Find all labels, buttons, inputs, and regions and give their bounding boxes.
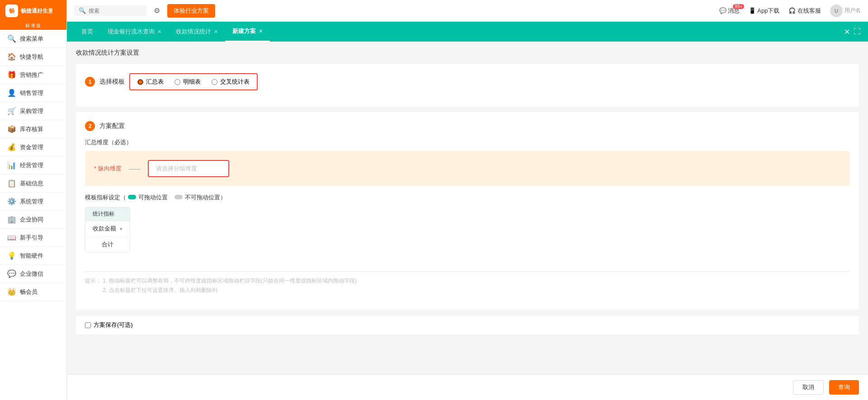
dim-section-title: 汇总维度（必选） (85, 138, 850, 146)
sidebar-item-finance[interactable]: 💰 资金管理 (0, 138, 66, 156)
radio-cross[interactable]: 交叉统计表 (212, 78, 250, 86)
settings-icon[interactable]: ⚙ (154, 6, 160, 15)
metrics-cell-0[interactable]: 收款金额 ▾ (85, 221, 130, 237)
tab-receipt-stats-close[interactable]: ✕ (214, 29, 218, 35)
logo-title: 畅捷通好生意 (21, 7, 52, 15)
sidebar-item-search-menu[interactable]: 🔍 搜索菜单 (0, 30, 66, 48)
metrics-table-header: 统计指标 (85, 207, 130, 221)
sidebar-item-label: 基础信息 (20, 179, 43, 188)
sidebar-item-enterprise[interactable]: 🏢 企业协同 (0, 211, 66, 229)
sidebar-item-label: 企业微信 (20, 270, 43, 278)
tab-new-plan[interactable]: 新建方案 ✕ (225, 22, 270, 42)
metrics-cell-label-0: 收款金额 (93, 225, 116, 233)
message-badge[interactable]: 💬 消息 99+ (719, 7, 740, 15)
chart-icon: 📊 (7, 161, 16, 169)
sidebar-item-member[interactable]: 👑 畅会员 (0, 283, 66, 301)
step2-num: 2 (85, 121, 95, 131)
sidebar-item-wechat[interactable]: 💬 企业微信 (0, 265, 66, 283)
tab-bank-flow-close[interactable]: ✕ (157, 29, 161, 35)
radio-cross-label: 交叉统计表 (220, 78, 250, 86)
sidebar: 畅 畅捷通好生意 标准版 🔍 搜索菜单 🏠 快捷导航 🎁 营销推广 👤 销售管理… (0, 0, 67, 400)
radio-detail-label: 明细表 (183, 78, 201, 86)
sidebar-item-marketing[interactable]: 🎁 营销推广 (0, 66, 66, 84)
topbar-right: 💬 消息 99+ 📱 App下载 🎧 在线客服 U 用户名 (719, 5, 861, 17)
undraggable-indicator (175, 195, 183, 199)
footer-section: 方案保存(可选) (76, 315, 859, 334)
sidebar-item-guide[interactable]: 📖 新手引导 (0, 229, 66, 247)
chat-icon: 💬 (7, 269, 16, 278)
main-area: 🔍 ⚙ 体验行业方案 💬 消息 99+ 📱 App下载 🎧 在线客服 U 用户名 (67, 0, 868, 400)
step1-header: 1 选择模板 汇总表 明细表 交叉统计表 (85, 73, 850, 90)
app-download[interactable]: 📱 App下载 (749, 7, 779, 15)
radio-summary-label: 汇总表 (146, 78, 164, 86)
gift-icon: 🎁 (7, 71, 16, 79)
tab-receipt-stats[interactable]: 收款情况统计 ✕ (169, 22, 225, 42)
topbar: 🔍 ⚙ 体验行业方案 💬 消息 99+ 📱 App下载 🎧 在线客服 U 用户名 (67, 0, 868, 22)
search-menu-icon: 🔍 (7, 34, 16, 43)
bulb-icon: 💡 (7, 251, 16, 260)
tab-close-all-icon[interactable]: ✕ (844, 28, 850, 36)
save-checkbox-label: 方案保存(可选) (94, 321, 133, 329)
save-checkbox[interactable]: 方案保存(可选) (85, 321, 133, 329)
tab-home[interactable]: 首页 (74, 22, 100, 42)
metrics-total: 合计 (85, 237, 130, 252)
radio-summary-input[interactable] (137, 79, 143, 85)
sidebar-item-quick-nav[interactable]: 🏠 快捷导航 (0, 48, 66, 66)
tab-bar: 首页 现金银行流水查询 ✕ 收款情况统计 ✕ 新建方案 ✕ ✕ ⛶ (67, 22, 868, 42)
book-icon: 📖 (7, 233, 16, 242)
search-box[interactable]: 🔍 (74, 5, 146, 16)
step1-num: 1 (85, 77, 95, 87)
tab-expand-icon[interactable]: ⛶ (854, 28, 861, 36)
sidebar-item-basic-info[interactable]: 📋 基础信息 (0, 174, 66, 193)
divider (85, 271, 850, 272)
sidebar-item-inventory[interactable]: 📦 库存核算 (0, 120, 66, 138)
cart-icon: 🛒 (7, 107, 16, 115)
metrics-dropdown-icon-0[interactable]: ▾ (120, 226, 123, 232)
online-service[interactable]: 🎧 在线客服 (788, 7, 821, 15)
user-icon: 👤 (7, 89, 16, 97)
clipboard-icon: 📋 (7, 179, 16, 188)
dim-arrow: —— (129, 165, 141, 172)
cancel-button[interactable]: 取消 (793, 380, 824, 395)
tab-new-plan-close[interactable]: ✕ (259, 28, 263, 34)
tab-receipt-stats-label: 收款情况统计 (176, 28, 211, 36)
radio-cross-input[interactable] (212, 79, 217, 85)
trial-btn[interactable]: 体验行业方案 (167, 4, 215, 18)
sidebar-item-label: 销售管理 (20, 89, 43, 97)
avatar: U (830, 5, 843, 17)
bottom-bar: 取消 查询 (67, 374, 868, 400)
crown-icon: 👑 (7, 287, 16, 296)
metrics-section: 模板指标设定（ 可拖动位置 不可拖动位置） 统计指标 收款金额 ▾ (85, 193, 850, 254)
user-avatar[interactable]: U 用户名 (830, 5, 861, 17)
logo-badge: 标准版 (0, 22, 66, 30)
tip-2: 2. 点击标题栏下拉可设置排序、插入列和删除列 (85, 287, 850, 294)
tab-bank-flow[interactable]: 现金银行流水查询 ✕ (100, 22, 169, 42)
save-checkbox-input[interactable] (85, 322, 91, 328)
radio-detail-input[interactable] (175, 79, 180, 85)
radio-summary[interactable]: 汇总表 (137, 78, 164, 86)
sidebar-item-system[interactable]: ⚙️ 系统管理 (0, 193, 66, 211)
template-radio-group: 汇总表 明细表 交叉统计表 (129, 73, 258, 90)
content-area: 收款情况统计方案设置 1 选择模板 汇总表 明细表 (67, 42, 868, 374)
metrics-title: 模板指标设定（ 可拖动位置 不可拖动位置） (85, 193, 226, 202)
query-button[interactable]: 查询 (829, 380, 859, 395)
search-input[interactable] (89, 8, 138, 14)
sidebar-item-label: 资金管理 (20, 143, 43, 151)
dim-section: 汇总维度（必选） * 纵向维度 —— 请选择分组维度 (85, 138, 850, 186)
building-icon: 🏢 (7, 215, 16, 224)
sidebar-item-smart-hw[interactable]: 💡 智能硬件 (0, 247, 66, 265)
sidebar-item-label: 畅会员 (20, 288, 38, 296)
sidebar-item-label: 营销推广 (20, 71, 43, 79)
step2-title: 方案配置 (99, 122, 125, 130)
dim-vertical-label: * 纵向维度 (94, 165, 122, 173)
sidebar-item-operations[interactable]: 📊 经营管理 (0, 156, 66, 174)
tab-home-label: 首页 (81, 28, 93, 36)
sidebar-item-purchase[interactable]: 🛒 采购管理 (0, 102, 66, 120)
sidebar-item-sales[interactable]: 👤 销售管理 (0, 84, 66, 102)
money-icon: 💰 (7, 143, 16, 151)
radio-detail[interactable]: 明细表 (175, 78, 201, 86)
badge-num: 99+ (733, 4, 744, 9)
sidebar-logo: 畅 畅捷通好生意 (0, 0, 66, 22)
sidebar-item-label: 经营管理 (20, 161, 43, 169)
dim-select[interactable]: 请选择分组维度 (148, 160, 229, 177)
